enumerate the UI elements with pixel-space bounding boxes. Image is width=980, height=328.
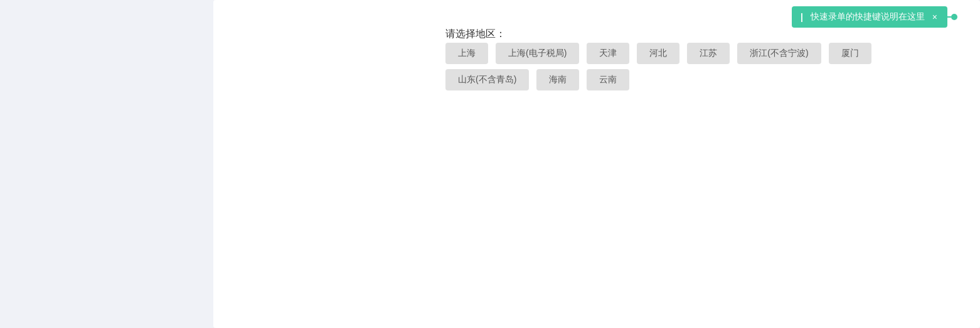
region-btn-shanghai-etax[interactable]: 上海(电子税局) (496, 43, 579, 64)
tooltip-dot (951, 14, 957, 20)
region-btn-tianjin[interactable]: 天津 (587, 43, 629, 64)
region-btn-xiamen[interactable]: 厦门 (829, 43, 871, 64)
tooltip-line (946, 16, 951, 18)
region-btn-hebei[interactable]: 河北 (637, 43, 679, 64)
region-btn-shanghai[interactable]: 上海 (445, 43, 488, 64)
region-btn-hainan[interactable]: 海南 (536, 69, 579, 90)
tooltip-text: 快速录单的快捷键说明在这里 (811, 11, 925, 23)
region-btn-shandong[interactable]: 山东(不含青岛) (445, 69, 529, 90)
region-btn-yunnan[interactable]: 云南 (587, 69, 629, 90)
sidebar (0, 0, 213, 328)
tooltip-banner: 快速录单的快捷键说明在这里 × (792, 6, 947, 28)
tooltip-close-button[interactable]: × (931, 12, 939, 22)
region-buttons-row1: 上海上海(电子税局)天津河北江苏浙江(不含宁波)厦门 (445, 43, 871, 64)
page-label: 请选择地区： (445, 28, 506, 41)
main-content: 请选择地区： 上海上海(电子税局)天津河北江苏浙江(不含宁波)厦门 山东(不含青… (213, 0, 980, 328)
region-btn-zhejiang[interactable]: 浙江(不含宁波) (737, 43, 821, 64)
region-btn-jiangsu[interactable]: 江苏 (687, 43, 730, 64)
region-buttons-row2: 山东(不含青岛)海南云南 (445, 69, 629, 90)
